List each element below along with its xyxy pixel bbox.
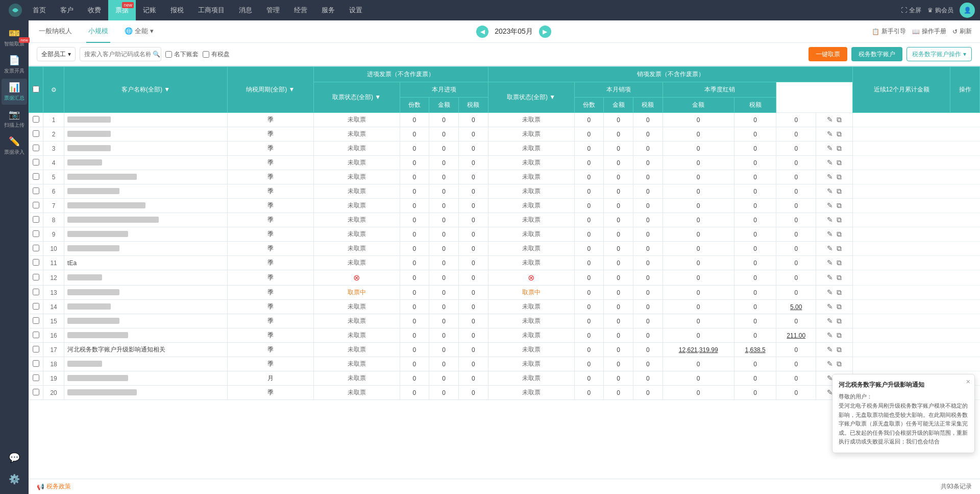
- row-checkbox[interactable]: [33, 360, 39, 367]
- row-checkbox[interactable]: [33, 303, 39, 310]
- copy-btn[interactable]: ⧉: [836, 200, 843, 210]
- sidebar-item-invoice-entry[interactable]: ✏️ 票据录入: [2, 133, 27, 159]
- edit-btn[interactable]: ✎: [826, 257, 834, 268]
- copy-btn[interactable]: ⧉: [836, 301, 843, 312]
- header-out-status[interactable]: 取票状态(全部) ▼: [488, 82, 574, 113]
- manual-btn[interactable]: 📖 操作手册: [912, 27, 946, 36]
- select-all-checkbox[interactable]: [33, 86, 39, 92]
- refresh-btn[interactable]: ↺ 刷新: [952, 27, 972, 36]
- row-checkbox[interactable]: [33, 346, 39, 352]
- copy-btn[interactable]: ⧉: [836, 143, 843, 153]
- nav-home[interactable]: 首页: [26, 0, 53, 20]
- edit-btn[interactable]: ✎: [826, 359, 834, 369]
- vip-btn[interactable]: ♛ 购会员: [927, 6, 953, 15]
- copy-btn[interactable]: ⧉: [836, 257, 843, 268]
- row-checkbox[interactable]: [33, 317, 39, 324]
- copy-btn[interactable]: ⧉: [836, 330, 843, 340]
- edit-btn[interactable]: ✎: [826, 344, 834, 355]
- check-accounts[interactable]: 名下账套: [165, 50, 199, 59]
- edit-btn[interactable]: ✎: [826, 129, 834, 139]
- row-checkbox[interactable]: [33, 259, 39, 266]
- edit-btn[interactable]: ✎: [826, 301, 834, 312]
- nav-operation[interactable]: 经营: [287, 0, 314, 20]
- copy-btn[interactable]: ⧉: [836, 157, 843, 168]
- sub-nav-all[interactable]: 🌐 全能 ▾: [122, 20, 156, 43]
- avatar[interactable]: 👤: [960, 3, 975, 18]
- sub-nav-general-taxpayer[interactable]: 一般纳税人: [37, 20, 74, 43]
- header-tax-period[interactable]: 纳税周期(全部) ▼: [227, 67, 313, 113]
- row-checkbox[interactable]: [33, 274, 39, 280]
- accounts-checkbox[interactable]: [165, 51, 172, 58]
- nav-service[interactable]: 服务: [314, 0, 342, 20]
- sidebar-item-smart-invoice[interactable]: 🎫 智能取票 new: [2, 25, 27, 51]
- edit-btn[interactable]: ✎: [826, 316, 834, 326]
- header-in-status[interactable]: 取票状态(全部) ▼: [313, 82, 400, 113]
- copy-btn[interactable]: ⧉: [836, 316, 843, 326]
- nav-tax[interactable]: 报税: [163, 0, 191, 20]
- notification-close-btn[interactable]: ×: [966, 378, 970, 386]
- edit-btn[interactable]: ✎: [826, 243, 834, 253]
- next-month-btn[interactable]: ▶: [539, 26, 551, 38]
- copy-btn[interactable]: ⧉: [836, 287, 843, 297]
- sidebar-item-invoice-summary[interactable]: 📊 票据汇总: [2, 79, 27, 105]
- edit-btn[interactable]: ✎: [826, 186, 834, 196]
- search-input[interactable]: [84, 51, 151, 58]
- copy-btn[interactable]: ⧉: [836, 243, 843, 253]
- edit-btn[interactable]: ✎: [826, 215, 834, 225]
- copy-btn[interactable]: ⧉: [836, 114, 843, 125]
- nav-settings[interactable]: 设置: [342, 0, 370, 20]
- row-checkbox[interactable]: [33, 173, 39, 180]
- search-icon[interactable]: 🔍: [153, 51, 160, 58]
- nav-customer[interactable]: 客户: [53, 0, 81, 20]
- row-checkbox[interactable]: [33, 389, 39, 395]
- edit-btn[interactable]: ✎: [826, 287, 834, 297]
- copy-btn[interactable]: ⧉: [836, 344, 843, 355]
- edit-btn[interactable]: ✎: [826, 272, 834, 283]
- row-checkbox[interactable]: [33, 159, 39, 166]
- edit-btn[interactable]: ✎: [826, 157, 834, 168]
- tax-disk-checkbox[interactable]: [203, 51, 209, 58]
- nav-accounting[interactable]: 记账: [136, 0, 163, 20]
- tax-digital-account-btn[interactable]: 税务数字账户: [851, 47, 902, 61]
- check-tax-disk[interactable]: 有税盘: [203, 50, 230, 59]
- row-checkbox[interactable]: [33, 145, 39, 151]
- row-checkbox[interactable]: [33, 289, 39, 295]
- employee-select[interactable]: 全部员工 ▾: [37, 47, 76, 61]
- tax-policy-link[interactable]: 📢 税务政策: [37, 482, 71, 491]
- copy-btn[interactable]: ⧉: [836, 272, 843, 283]
- copy-btn[interactable]: ⧉: [836, 172, 843, 182]
- new-guide-btn[interactable]: 📋 新手引导: [872, 27, 906, 36]
- tax-digital-account-action-btn[interactable]: 税务数字账户操作 ▾: [906, 47, 972, 61]
- nav-business[interactable]: 工商项目: [191, 0, 232, 20]
- copy-btn[interactable]: ⧉: [836, 229, 843, 239]
- row-checkbox[interactable]: [33, 332, 39, 338]
- row-checkbox[interactable]: [33, 116, 39, 123]
- copy-btn[interactable]: ⧉: [836, 215, 843, 225]
- edit-btn[interactable]: ✎: [826, 143, 834, 153]
- edit-btn[interactable]: ✎: [826, 172, 834, 182]
- row-checkbox[interactable]: [33, 130, 39, 137]
- edit-btn[interactable]: ✎: [826, 229, 834, 239]
- copy-btn[interactable]: ⧉: [836, 359, 843, 369]
- copy-btn[interactable]: ⧉: [836, 129, 843, 139]
- edit-btn[interactable]: ✎: [826, 330, 834, 340]
- sidebar-item-invoice-open[interactable]: 📄 发票开具: [2, 52, 27, 78]
- one-click-invoice-btn[interactable]: 一键取票: [808, 47, 847, 61]
- row-checkbox[interactable]: [33, 202, 39, 208]
- row-checkbox[interactable]: [33, 245, 39, 251]
- sidebar-item-scan-upload[interactable]: 📷 扫描上传: [2, 106, 27, 132]
- nav-invoice[interactable]: 票据 new: [108, 0, 136, 20]
- nav-message[interactable]: 消息: [232, 0, 259, 20]
- nav-fee[interactable]: 收费: [81, 0, 108, 20]
- row-checkbox[interactable]: [33, 187, 39, 194]
- copy-btn[interactable]: ⧉: [836, 186, 843, 196]
- header-name[interactable]: 客户名称(全部) ▼: [64, 67, 228, 113]
- fullscreen-btn[interactable]: ⛶ 全屏: [901, 6, 921, 15]
- edit-btn[interactable]: ✎: [826, 200, 834, 210]
- prev-month-btn[interactable]: ◀: [476, 26, 488, 38]
- row-checkbox[interactable]: [33, 374, 39, 381]
- sidebar-item-config[interactable]: ⚙️: [2, 471, 27, 488]
- row-checkbox[interactable]: [33, 230, 39, 237]
- nav-manage[interactable]: 管理: [259, 0, 287, 20]
- sub-nav-small-scale[interactable]: 小规模: [86, 20, 110, 43]
